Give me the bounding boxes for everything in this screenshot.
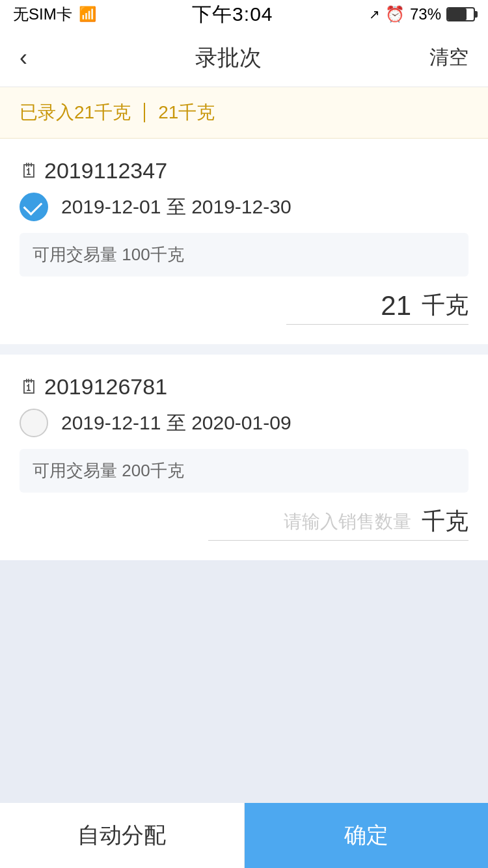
battery-percent: 73% bbox=[410, 5, 441, 23]
batch1-date: 2019-12-01 至 2019-12-30 bbox=[61, 194, 291, 221]
batch2-available-qty: 可用交易量 200千克 bbox=[20, 449, 468, 493]
batch2-id: 2019126781 bbox=[44, 374, 167, 400]
batch1-available-qty: 可用交易量 100千克 bbox=[20, 233, 468, 277]
batch1-icon: 🗓 bbox=[20, 160, 39, 182]
summary-divider bbox=[144, 103, 145, 122]
confirm-button[interactable]: 确定 bbox=[245, 803, 489, 868]
batch1-date-row[interactable]: 2019-12-01 至 2019-12-30 bbox=[20, 193, 468, 221]
battery-icon bbox=[446, 7, 475, 21]
section-divider-1 bbox=[0, 344, 488, 355]
batch2-id-row: 🗓 2019126781 bbox=[20, 374, 468, 400]
wifi-icon: 📶 bbox=[79, 6, 96, 23]
batch2-quantity-input[interactable] bbox=[229, 511, 411, 532]
batch2-radio[interactable] bbox=[20, 409, 48, 437]
batch-item-2: 🗓 2019126781 2019-12-11 至 2020-01-09 可用交… bbox=[0, 355, 488, 493]
bottom-area bbox=[0, 560, 488, 834]
batch1-amount-row: 千克 bbox=[0, 277, 488, 344]
batch1-quantity-input[interactable] bbox=[333, 290, 411, 321]
page-title: 录批次 bbox=[195, 43, 262, 73]
batch-item-1: 🗓 2019112347 2019-12-01 至 2019-12-30 可用交… bbox=[0, 139, 488, 277]
batch1-id-row: 🗓 2019112347 bbox=[20, 158, 468, 183]
batch2-unit: 千克 bbox=[422, 506, 468, 537]
location-icon: ↗ bbox=[369, 7, 380, 22]
carrier-text: 无SIM卡 bbox=[13, 4, 72, 25]
summary-entered-label: 已录入21千克 bbox=[20, 100, 131, 125]
batch1-id: 2019112347 bbox=[44, 158, 167, 183]
footer: 自动分配 确定 bbox=[0, 803, 488, 868]
batch2-input-row: 千克 bbox=[0, 493, 488, 547]
batch2-date-row[interactable]: 2019-12-11 至 2020-01-09 bbox=[20, 409, 468, 437]
batch2-icon: 🗓 bbox=[20, 376, 39, 398]
alarm-icon: ⏰ bbox=[385, 5, 405, 23]
summary-amount: 21千克 bbox=[158, 100, 215, 125]
nav-bar: ‹ 录批次 清空 bbox=[0, 29, 488, 87]
clear-button[interactable]: 清空 bbox=[429, 44, 468, 71]
status-bar: 无SIM卡 📶 下午3:04 ↗ ⏰ 73% bbox=[0, 0, 488, 29]
batch1-unit: 千克 bbox=[422, 290, 468, 321]
batch1-radio[interactable] bbox=[20, 193, 48, 221]
status-carrier: 无SIM卡 📶 bbox=[13, 4, 96, 25]
status-time: 下午3:04 bbox=[192, 1, 273, 28]
back-button[interactable]: ‹ bbox=[20, 44, 27, 72]
summary-banner: 已录入21千克 21千克 bbox=[0, 87, 488, 139]
batch2-date: 2019-12-11 至 2020-01-09 bbox=[61, 410, 291, 437]
auto-distribute-button[interactable]: 自动分配 bbox=[0, 803, 245, 868]
status-indicators: ↗ ⏰ 73% bbox=[369, 5, 475, 23]
